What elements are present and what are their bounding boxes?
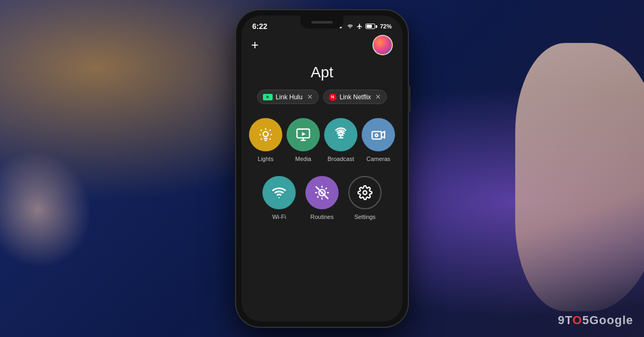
svg-rect-10 [372, 131, 382, 139]
icons-grid-row2: Wi-Fi Routines [241, 165, 402, 223]
media-icon [296, 127, 311, 142]
cameras-icon [371, 127, 386, 142]
add-button[interactable]: + [251, 38, 259, 53]
battery-indicator [365, 24, 377, 29]
svg-point-2 [350, 28, 350, 28]
routines-icon-circle [305, 176, 339, 209]
status-icons: 72% [338, 23, 392, 30]
chip-netflix-label: Link Netflix [340, 93, 371, 101]
airplane-icon [356, 23, 363, 30]
avatar[interactable] [372, 35, 393, 55]
media-item[interactable]: Media [284, 115, 322, 165]
chip-hulu-label: Link Hulu [276, 93, 303, 101]
chip-hulu[interactable]: h Link Hulu ✕ [257, 90, 319, 104]
phone-screen: 6:22 [241, 16, 402, 321]
broadcast-icon-circle [324, 118, 357, 151]
phone-wrapper: 6:22 [236, 10, 408, 327]
hand-right [515, 43, 644, 311]
chip-netflix[interactable]: N Link Netflix ✕ [323, 90, 387, 104]
broadcast-icon [333, 127, 348, 142]
wifi-icon-circle [262, 176, 296, 209]
cameras-icon-circle [362, 118, 395, 151]
broadcast-label: Broadcast [327, 156, 354, 162]
svg-point-3 [263, 131, 268, 136]
settings-icon [357, 185, 372, 200]
watermark: 9TO5Google [558, 313, 633, 327]
svg-point-16 [363, 191, 367, 195]
routines-label: Routines [310, 214, 333, 220]
media-icon-circle [287, 118, 320, 151]
status-time: 6:22 [252, 22, 267, 31]
cameras-label: Cameras [367, 156, 391, 162]
settings-icon-circle [348, 176, 382, 209]
broadcast-item[interactable]: Broadcast [322, 115, 360, 165]
phone-notch [301, 16, 343, 28]
lights-label: Lights [258, 156, 273, 162]
hulu-logo-icon: h [263, 94, 273, 100]
chip-netflix-close[interactable]: ✕ [375, 93, 381, 101]
lights-item[interactable]: Lights [247, 115, 284, 165]
svg-marker-5 [302, 132, 306, 136]
icons-grid-row1: Lights Media [241, 115, 402, 165]
app-title: Apt [241, 60, 402, 90]
svg-point-11 [375, 134, 378, 137]
chip-hulu-close[interactable]: ✕ [307, 93, 313, 101]
svg-point-12 [279, 197, 280, 198]
lights-icon [258, 127, 273, 142]
wifi-label: Wi-Fi [272, 214, 286, 220]
netflix-logo-icon: N [329, 93, 336, 101]
routines-icon [314, 185, 330, 200]
settings-label: Settings [354, 214, 376, 220]
media-label: Media [295, 156, 311, 162]
speaker-grill [311, 21, 333, 24]
phone-device: 6:22 [236, 10, 408, 327]
wifi-icon [272, 185, 287, 200]
top-bar: + [241, 33, 402, 60]
chips-row: h Link Hulu ✕ N Link Netflix ✕ [241, 90, 402, 115]
battery-percentage: 72% [380, 23, 392, 30]
wifi-item[interactable]: Wi-Fi [258, 173, 301, 223]
avatar-image [374, 36, 392, 54]
cameras-item[interactable]: Cameras [360, 115, 397, 165]
settings-item[interactable]: Settings [343, 173, 386, 223]
wifi-status-icon [347, 24, 354, 30]
lights-icon-circle [249, 118, 282, 151]
routines-item[interactable]: Routines [301, 173, 343, 223]
